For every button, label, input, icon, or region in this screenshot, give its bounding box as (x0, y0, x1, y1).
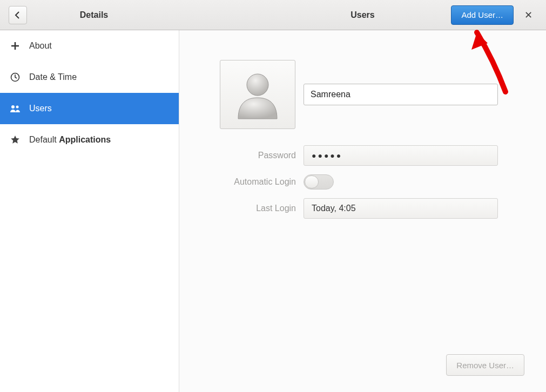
auto-login-toggle[interactable] (304, 174, 334, 190)
auto-login-label: Automatic Login (220, 177, 304, 187)
header-bar: Details Users Add User… ✕ (0, 0, 546, 30)
last-login-value: Today, 4:05 (312, 204, 356, 213)
star-icon (10, 135, 21, 145)
password-field[interactable]: ●●●●● (304, 145, 498, 166)
last-login-field[interactable]: Today, 4:05 (304, 198, 498, 219)
svg-point-1 (11, 105, 15, 109)
header-title-users: Users (350, 10, 374, 20)
switch-knob (305, 175, 319, 188)
password-row: Password ●●●●● (220, 145, 514, 166)
body: About Date & Time Users Default Applicat… (0, 30, 546, 392)
remove-user-button[interactable]: Remove User… (446, 354, 524, 376)
avatar-icon (231, 67, 285, 121)
close-button[interactable]: ✕ (519, 6, 537, 24)
svg-point-3 (247, 74, 268, 96)
password-mask: ●●●●● (312, 151, 342, 160)
sidebar-item-users[interactable]: Users (0, 93, 179, 124)
plus-icon (10, 42, 21, 50)
sidebar-item-label: Default Applications (29, 135, 111, 145)
sidebar-item-default-apps[interactable]: Default Applications (0, 124, 179, 156)
user-name-input[interactable] (304, 84, 498, 105)
avatar-button[interactable] (220, 60, 295, 129)
sidebar-item-label: Date & Time (29, 72, 77, 82)
header-right: Users Add User… ✕ (179, 10, 546, 20)
sidebar-item-datetime[interactable]: Date & Time (0, 62, 179, 93)
header-left: Details (0, 6, 179, 24)
user-header-row (220, 60, 514, 129)
header-title-details: Details (27, 10, 179, 20)
add-user-button[interactable]: Add User… (451, 5, 514, 25)
users-icon (10, 104, 21, 113)
back-button[interactable] (9, 6, 27, 24)
last-login-row: Last Login Today, 4:05 (220, 198, 514, 219)
svg-point-2 (16, 106, 19, 109)
auto-login-row: Automatic Login (220, 174, 514, 190)
form-grid: Password ●●●●● Automatic Login Last Logi… (220, 145, 514, 219)
sidebar: About Date & Time Users Default Applicat… (0, 30, 179, 392)
clock-icon (10, 72, 21, 82)
sidebar-item-about[interactable]: About (0, 30, 179, 62)
sidebar-item-label: Users (29, 104, 52, 113)
last-login-label: Last Login (220, 204, 304, 213)
password-label: Password (220, 151, 304, 160)
content-pane: Password ●●●●● Automatic Login Last Logi… (179, 30, 546, 392)
sidebar-item-label: About (29, 41, 52, 51)
chevron-left-icon (15, 11, 21, 19)
